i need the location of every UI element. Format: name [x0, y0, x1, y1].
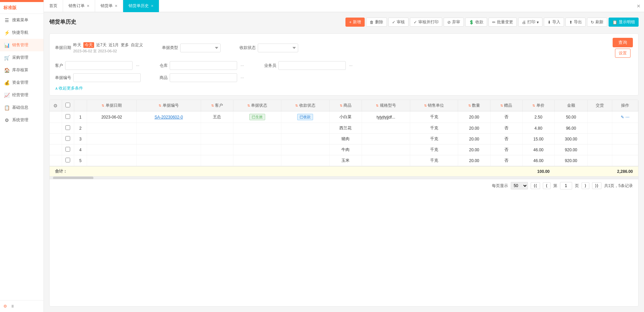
tab-sales-order[interactable]: 销售订单 ✕	[63, 0, 95, 12]
cell-actions[interactable]	[612, 155, 638, 166]
cell-doc-no[interactable]	[136, 155, 201, 166]
customer-ellipsis-icon[interactable]: ···	[135, 63, 141, 68]
th-collect-status[interactable]: ⇅ 收款状态	[281, 100, 330, 111]
goods-input[interactable]	[170, 73, 237, 82]
collect-status-select[interactable]	[258, 44, 298, 52]
cell-checkbox[interactable]	[62, 145, 74, 155]
th-goods[interactable]: ⇅ 商品	[329, 100, 362, 111]
new-button[interactable]: + 新增	[345, 18, 365, 27]
cell-actions[interactable]: ✎⋯	[612, 111, 638, 123]
row-checkbox[interactable]	[65, 114, 70, 119]
next-page-button[interactable]: ⟩	[582, 182, 589, 189]
doc-no-link[interactable]: SA-20230602-0	[155, 115, 183, 120]
th-quantity[interactable]: ⇅ 数量	[458, 100, 490, 111]
cell-actions[interactable]	[612, 145, 638, 155]
import-button[interactable]: ⬇ 导入	[544, 18, 564, 27]
cell-actions[interactable]	[612, 123, 638, 134]
th-sales-unit[interactable]: ⇅ 销售单位	[410, 100, 458, 111]
first-page-button[interactable]: ⟨⟨	[531, 182, 540, 189]
last-page-button[interactable]: ⟩⟩	[592, 182, 601, 189]
cell-checkbox[interactable]	[62, 155, 74, 166]
tab-sales-history[interactable]: 销货单历史 ✕	[123, 0, 159, 12]
print-button[interactable]: 🖨 打印 ▾	[518, 18, 542, 27]
sidebar-item-purchase-mgmt[interactable]: 🛒 采购管理	[0, 51, 44, 64]
th-gift[interactable]: ⇅ 赠品	[490, 100, 522, 111]
salesman-input[interactable]	[278, 61, 346, 70]
th-doc-no[interactable]: ⇅ 单据编号	[136, 100, 201, 111]
table-settings-icon[interactable]: ⚙	[53, 103, 58, 108]
audit-print-button[interactable]: ✓ 审核并打印	[410, 18, 442, 27]
tab-bar-close-all[interactable]: ✕	[637, 3, 644, 9]
edit-icon[interactable]: ✎	[621, 115, 624, 120]
th-doc-status[interactable]: ⇅ 单据状态	[233, 100, 281, 111]
th-spec[interactable]: ⇅ 规格型号	[362, 100, 410, 111]
cell-doc-no[interactable]: SA-20230602-0	[136, 111, 201, 123]
sidebar-item-quick-nav[interactable]: ⚡ 快捷导航	[0, 26, 44, 39]
sidebar-item-sales-mgmt[interactable]: 📊 销售管理	[0, 39, 44, 51]
cell-doc-no[interactable]	[136, 123, 201, 134]
per-page-select[interactable]: 50 100	[511, 182, 528, 189]
date-link-today[interactable]: 今天	[83, 42, 94, 48]
tab-home[interactable]: 首页	[44, 0, 63, 12]
cell-checkbox[interactable]	[62, 123, 74, 134]
batch-change-button[interactable]: ✏ 批量变更	[488, 18, 517, 27]
tab-sales-delivery[interactable]: 销货单 ✕	[95, 0, 123, 12]
cell-quantity: 20.00	[458, 111, 490, 123]
th-unit-price[interactable]: ⇅ 单价	[522, 100, 554, 111]
salesman-ellipsis-icon[interactable]: ···	[348, 63, 354, 68]
export-button[interactable]: ⬆ 导出	[565, 18, 586, 27]
th-settings[interactable]: ⚙	[50, 100, 62, 111]
date-link-custom[interactable]: 自定义	[131, 42, 143, 48]
sidebar-item-basic-info[interactable]: 📋 基础信息	[0, 101, 44, 114]
sidebar-item-inventory[interactable]: 🏠 库存核算	[0, 64, 44, 76]
date-link-last7days[interactable]: 近7天	[96, 42, 107, 48]
cell-checkbox[interactable]	[62, 111, 74, 123]
select-all-checkbox[interactable]	[65, 103, 70, 107]
sidebar-item-finance-mgmt[interactable]: 💰 资金管理	[0, 76, 44, 89]
doc-type-select[interactable]	[180, 44, 221, 52]
page-input[interactable]	[560, 182, 572, 189]
customer-input[interactable]	[65, 61, 133, 70]
cell-doc-no[interactable]	[136, 145, 201, 155]
doc-no-input[interactable]	[73, 73, 141, 82]
sidebar-item-search-menu[interactable]: ☰ 搜索菜单	[0, 14, 44, 26]
sidebar-item-operations-mgmt[interactable]: 📈 经营管理	[0, 89, 44, 101]
show-details-button[interactable]: 📋 显示明细	[609, 18, 639, 27]
cell-gift: 否	[490, 145, 522, 155]
date-link-more[interactable]: 更多	[121, 42, 129, 48]
date-link-yesterday[interactable]: 昨天	[73, 42, 81, 48]
query-button[interactable]: 查询	[613, 38, 633, 47]
cell-row-no: 5	[74, 155, 87, 166]
prev-page-button[interactable]: ⟨	[543, 182, 551, 189]
table-scrollbar[interactable]	[50, 176, 638, 179]
sidebar-item-system-mgmt[interactable]: ⚙ 系统管理	[0, 114, 44, 126]
collect-button[interactable]: 💲 收款	[465, 18, 487, 27]
row-checkbox[interactable]	[65, 125, 70, 130]
audit-button[interactable]: ✓ 审核	[388, 18, 409, 27]
th-doc-date[interactable]: ⇅ 单据日期	[87, 100, 137, 111]
refresh-button[interactable]: ↻ 刷新	[587, 18, 607, 27]
row-checkbox[interactable]	[65, 136, 70, 141]
row-checkbox[interactable]	[65, 158, 70, 162]
row-checkbox[interactable]	[65, 147, 70, 152]
th-customer[interactable]: ⇅ 客户	[201, 100, 233, 111]
goods-ellipsis-icon[interactable]: ···	[239, 75, 245, 80]
settings-button[interactable]: 设置	[615, 49, 631, 58]
cell-checkbox[interactable]	[62, 134, 74, 145]
cell-actions[interactable]	[612, 134, 638, 145]
abandon-button[interactable]: ⊘ 弃审	[444, 18, 464, 27]
tab-sales-history-close[interactable]: ✕	[151, 4, 153, 8]
collapse-button[interactable]: ∧ 收起更多条件	[55, 85, 633, 91]
sidebar-collapse-icon[interactable]: ⏸	[10, 304, 15, 309]
sidebar-settings-icon[interactable]: ⚙	[3, 304, 7, 309]
cell-doc-no[interactable]	[136, 134, 201, 145]
more-actions-icon[interactable]: ⋯	[625, 115, 629, 120]
warehouse-ellipsis-icon[interactable]: ···	[239, 63, 245, 68]
filter-customer: 客户 ···	[55, 61, 141, 70]
warehouse-input[interactable]	[170, 61, 237, 70]
tab-sales-delivery-close[interactable]: ✕	[115, 4, 117, 8]
th-checkbox[interactable]	[62, 100, 74, 111]
date-link-last1month[interactable]: 近1月	[109, 42, 119, 48]
tab-sales-order-close[interactable]: ✕	[87, 4, 89, 8]
delete-button[interactable]: 🗑 删除	[366, 18, 387, 27]
